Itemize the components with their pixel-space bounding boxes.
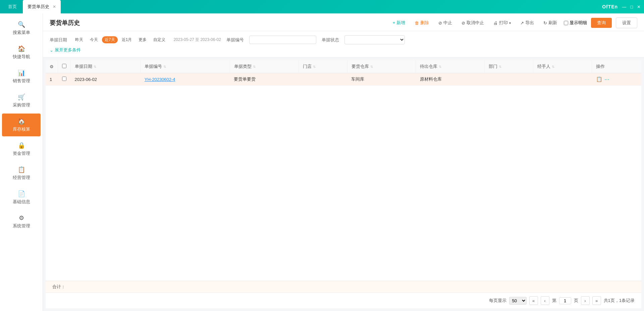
date-filter-label: 单据日期 <box>50 37 67 43</box>
cell-dept <box>485 73 533 86</box>
tab-close-icon[interactable]: ✕ <box>53 4 56 9</box>
next-page-btn[interactable]: › <box>581 296 590 305</box>
per-page-select[interactable]: 50 20 100 <box>509 297 527 305</box>
sidebar: 🔍 搜索菜单 🏠 快捷导航 📊 销售管理 🛒 采购管理 🏠 库存核算 🔒 资金管… <box>0 13 43 311</box>
summary-row: 合计： <box>46 281 641 293</box>
select-all-checkbox[interactable] <box>62 64 66 68</box>
cell-no[interactable]: YH-20230602-4 <box>141 73 230 86</box>
sort-req-wh-icon: ⇅ <box>370 65 373 69</box>
date-range-display: 2023-05-27 至 2023-06-02 <box>173 37 221 43</box>
th-no[interactable]: 单据编号 ⇅ <box>141 60 230 73</box>
sort-date-icon: ⇅ <box>94 65 96 69</box>
table-body: 1 2023-06-02 YH-20230602-4 要货单要货 车间库 原材料… <box>46 73 641 86</box>
sidebar-item-inventory[interactable]: 🏠 库存核算 <box>2 114 41 136</box>
sidebar-item-quick-nav[interactable]: 🏠 快捷导航 <box>2 41 41 64</box>
sidebar-item-system[interactable]: ⚙ 系统管理 <box>2 210 41 233</box>
cell-checkbox <box>58 73 71 86</box>
expand-more-btn[interactable]: ⌄ 展开更多条件 <box>50 47 637 53</box>
row-more-icon[interactable]: ⋯ <box>604 76 609 82</box>
tab-home[interactable]: 首页 <box>3 0 21 13</box>
total-info: 共1页，1条记录 <box>604 298 635 304</box>
date-tab-1month[interactable]: 近1月 <box>119 36 135 43</box>
date-tab-today[interactable]: 今天 <box>87 36 101 43</box>
operations-icon: 📋 <box>18 166 25 173</box>
settings-button[interactable]: 设置 <box>616 17 637 28</box>
th-type[interactable]: 单据类型 ⇅ <box>230 60 299 73</box>
th-actions: 操作 <box>592 60 641 73</box>
expand-chevron-icon: ⌄ <box>50 48 53 53</box>
page-number-input[interactable] <box>559 297 571 304</box>
date-tab-yesterday[interactable]: 昨天 <box>72 36 86 43</box>
order-no-label: 单据编号 <box>226 37 244 43</box>
status-select[interactable] <box>344 35 405 44</box>
row-checkbox[interactable] <box>62 77 66 81</box>
page-title: 要货单历史 <box>50 19 80 27</box>
window-close-btn[interactable]: ✕ <box>637 4 641 9</box>
sort-store-icon: ⇅ <box>313 65 316 69</box>
sort-type-icon: ⇅ <box>253 65 256 69</box>
date-tabs: 昨天 今天 近7天 近1月 更多 自定义 <box>72 36 168 43</box>
cancel-stop-button[interactable]: ⊘ 取消中止 <box>459 18 487 27</box>
tab-requisition-history[interactable]: 要货单历史 ✕ <box>23 0 61 13</box>
table-row: 1 2023-06-02 YH-20230602-4 要货单要货 车间库 原材料… <box>46 73 641 86</box>
delete-icon: 🗑 <box>415 20 419 26</box>
inventory-icon: 🏠 <box>18 118 25 125</box>
refresh-button[interactable]: ↻ 刷新 <box>541 18 560 27</box>
basic-info-icon: 📄 <box>18 190 25 197</box>
pagination: 每页显示 50 20 100 « ‹ 第 页 › » 共1页，1条记录 <box>46 293 641 308</box>
th-store[interactable]: 门店 ⇅ <box>299 60 347 73</box>
date-tab-custom[interactable]: 自定义 <box>151 36 168 43</box>
cell-req-warehouse: 车间库 <box>347 73 416 86</box>
th-dept[interactable]: 部门 ⇅ <box>485 60 533 73</box>
cell-handler <box>533 73 592 86</box>
sidebar-item-purchase[interactable]: 🛒 采购管理 <box>2 89 41 112</box>
display-detail-checkbox[interactable] <box>564 21 568 25</box>
filter-row-1: 单据日期 昨天 今天 近7天 近1月 更多 自定义 2023-05-27 至 2… <box>50 35 637 44</box>
first-page-btn[interactable]: « <box>529 296 538 305</box>
sidebar-item-finance[interactable]: 🔒 资金管理 <box>2 138 41 161</box>
th-settings: ⚙ <box>46 60 58 73</box>
toolbar: + 新增 🗑 删除 ⊘ 中止 ⊘ 取消中止 🖨 打印 ▾ <box>390 17 637 28</box>
search-menu-icon: 🔍 <box>18 21 25 28</box>
th-handler[interactable]: 经手人 ⇅ <box>533 60 592 73</box>
purchase-icon: 🛒 <box>18 93 25 101</box>
window-maximize-btn[interactable]: □ <box>630 4 633 9</box>
page-label: 第 <box>552 298 556 304</box>
summary-label: 合计： <box>52 284 65 290</box>
sort-dept-icon: ⇅ <box>499 65 501 69</box>
row-edit-icon[interactable]: 📋 <box>596 76 602 82</box>
export-button[interactable]: ↗ 导出 <box>518 18 537 27</box>
order-no-input[interactable] <box>249 36 316 44</box>
date-tab-7days[interactable]: 近7天 <box>102 36 118 43</box>
cell-actions: 📋 ⋯ <box>592 73 641 86</box>
top-bar: 首页 要货单历史 ✕ OfTEn — □ ✕ <box>0 0 644 13</box>
date-tab-more[interactable]: 更多 <box>136 36 149 43</box>
prev-page-btn[interactable]: ‹ <box>541 296 549 305</box>
sidebar-item-search-menu[interactable]: 🔍 搜索菜单 <box>2 17 41 40</box>
export-icon: ↗ <box>520 20 524 26</box>
last-page-btn[interactable]: » <box>592 296 601 305</box>
th-pending-warehouse[interactable]: 待出仓库 ⇅ <box>416 60 485 73</box>
window-minimize-btn[interactable]: — <box>622 4 626 9</box>
stop-button[interactable]: ⊘ 中止 <box>436 18 455 27</box>
th-date[interactable]: 单据日期 ⇅ <box>71 60 141 73</box>
page-suffix: 页 <box>574 298 578 304</box>
sidebar-item-operations[interactable]: 📋 经营管理 <box>2 162 41 185</box>
settings-icon[interactable]: ⚙ <box>50 64 54 69</box>
sort-no-icon: ⇅ <box>163 65 166 69</box>
delete-button[interactable]: 🗑 删除 <box>412 18 432 27</box>
display-detail-toggle[interactable]: 显示明细 <box>564 20 587 26</box>
query-button[interactable]: 查询 <box>591 18 612 28</box>
th-req-warehouse[interactable]: 要货仓库 ⇅ <box>347 60 416 73</box>
sales-icon: 📊 <box>18 69 25 77</box>
brand-logo: OfTEn <box>602 4 618 9</box>
new-button[interactable]: + 新增 <box>390 18 408 27</box>
cell-pending-warehouse: 原材料仓库 <box>416 73 485 86</box>
print-chevron-icon: ▾ <box>509 21 511 25</box>
sidebar-item-basic-info[interactable]: 📄 基础信息 <box>2 186 41 209</box>
system-icon: ⚙ <box>19 214 24 222</box>
print-button[interactable]: 🖨 打印 ▾ <box>491 18 514 27</box>
sidebar-item-sales[interactable]: 📊 销售管理 <box>2 65 41 88</box>
main-layout: 🔍 搜索菜单 🏠 快捷导航 📊 销售管理 🛒 采购管理 🏠 库存核算 🔒 资金管… <box>0 13 644 311</box>
refresh-icon: ↻ <box>543 20 547 26</box>
